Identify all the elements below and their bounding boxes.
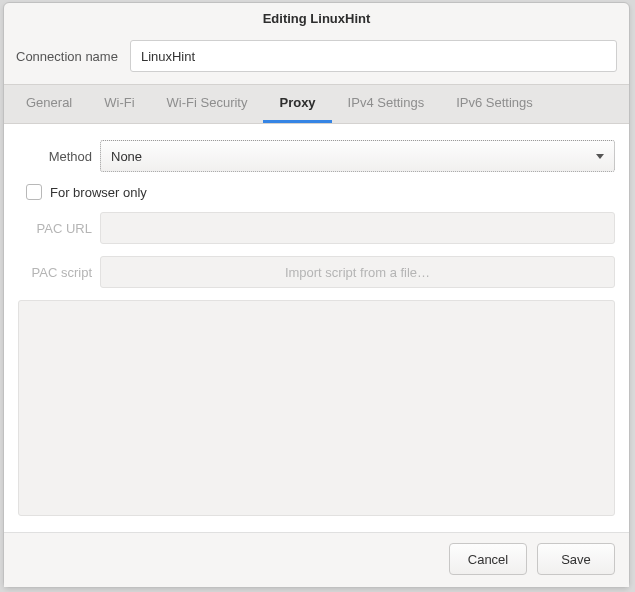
- tab-wifi-security[interactable]: Wi-Fi Security: [151, 85, 264, 123]
- pac-url-input: [100, 212, 615, 244]
- pac-script-label: PAC script: [18, 265, 92, 280]
- method-select[interactable]: None: [100, 140, 615, 172]
- cancel-button[interactable]: Cancel: [449, 543, 527, 575]
- browser-only-label: For browser only: [50, 185, 147, 200]
- import-script-label: Import script from a file…: [285, 265, 430, 280]
- connection-name-input[interactable]: [130, 40, 617, 72]
- method-label: Method: [18, 149, 92, 164]
- connection-name-label: Connection name: [16, 49, 118, 64]
- proxy-panel: Method None For browser only PAC URL PAC…: [4, 124, 629, 533]
- pac-script-row: PAC script Import script from a file…: [18, 256, 615, 288]
- browser-only-row: For browser only: [18, 184, 615, 200]
- tab-wifi[interactable]: Wi-Fi: [88, 85, 150, 123]
- method-value: None: [111, 149, 142, 164]
- dialog-window: Editing LinuxHint Connection name Genera…: [3, 2, 630, 588]
- save-button[interactable]: Save: [537, 543, 615, 575]
- pac-url-row: PAC URL: [18, 212, 615, 244]
- tab-ipv4-settings[interactable]: IPv4 Settings: [332, 85, 441, 123]
- dialog-title: Editing LinuxHint: [4, 3, 629, 36]
- pac-url-label: PAC URL: [18, 221, 92, 236]
- tab-bar: General Wi-Fi Wi-Fi Security Proxy IPv4 …: [4, 84, 629, 124]
- tab-ipv6-settings[interactable]: IPv6 Settings: [440, 85, 549, 123]
- method-row: Method None: [18, 140, 615, 172]
- connection-name-row: Connection name: [4, 36, 629, 84]
- dialog-footer: Cancel Save: [4, 533, 629, 587]
- tab-general[interactable]: General: [10, 85, 88, 123]
- tab-proxy[interactable]: Proxy: [263, 85, 331, 123]
- import-script-button: Import script from a file…: [100, 256, 615, 288]
- chevron-down-icon: [596, 154, 604, 159]
- pac-script-textarea: [18, 300, 615, 516]
- browser-only-checkbox[interactable]: [26, 184, 42, 200]
